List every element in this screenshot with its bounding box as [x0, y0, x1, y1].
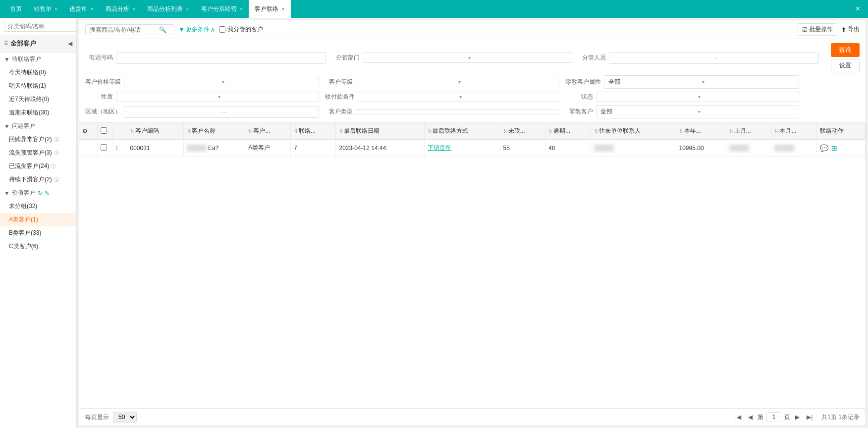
col-checkbox	[97, 123, 112, 140]
sidebar-section-value[interactable]: ▼ 价值客户 ↻ ✎	[0, 186, 76, 200]
filter-phone-input[interactable]	[116, 52, 326, 64]
cell-last-month	[726, 140, 771, 157]
filter-price-select[interactable]: ▾	[124, 77, 319, 87]
filter-nature: 性质 ▾	[85, 92, 319, 102]
sidebar-item-a-class[interactable]: A类客户(1)	[0, 213, 76, 226]
sort-icon-cat: ⇅	[248, 128, 252, 134]
export-button[interactable]: ⬆ 导出	[841, 25, 860, 34]
sidebar-item-c-class[interactable]: C类客户(6)	[0, 240, 76, 253]
nav-tab-analysis[interactable]: 商品分析 ×	[100, 0, 141, 18]
settings-button[interactable]: 设置	[831, 59, 860, 72]
sidebar-item-ungrouped[interactable]: 未分组(32)	[0, 200, 76, 213]
row-checkbox[interactable]	[101, 144, 107, 151]
sidebar-item-declining[interactable]: 持续下滑客户(2) ⓘ	[0, 173, 76, 186]
page-size-label: 每页显示	[85, 413, 109, 422]
my-customers-filter: 我分管的客户	[219, 25, 263, 34]
info-icon-2: ⓘ	[54, 150, 59, 157]
close-tab-customer-tier[interactable]: ×	[240, 6, 243, 12]
filter-payment-select[interactable]: ▾	[358, 92, 559, 102]
sidebar-item-tomorrow[interactable]: 明天待联络(1)	[0, 79, 76, 93]
prev-page-btn[interactable]: ◀	[746, 413, 755, 422]
nav-tab-analysis-list[interactable]: 商品分析列表 ×	[141, 0, 195, 18]
info-icon-4: ⓘ	[54, 176, 59, 183]
contact-icon[interactable]: 💬	[820, 144, 828, 152]
sidebar-collapse-btn[interactable]: ◀	[68, 40, 72, 47]
filter-phone-label: 电话号码	[85, 54, 113, 62]
filter-payment-label: 收付款条件	[325, 93, 355, 101]
nav-tab-sales[interactable]: 销售单 ×	[28, 0, 63, 18]
toolbar-search-input[interactable]	[90, 26, 159, 33]
sidebar-item-overdue[interactable]: 逾期未联络(30)	[0, 106, 76, 119]
close-tab-sales[interactable]: ×	[54, 6, 57, 12]
close-tab-analysis[interactable]: ×	[132, 6, 135, 12]
sidebar-item-7days[interactable]: 近7天待联络(0)	[0, 93, 76, 106]
col-last-method: ⇅ 最后联络方式	[424, 123, 500, 140]
filter-dept-select[interactable]: ▾	[363, 53, 573, 63]
edit-icon[interactable]: ✎	[45, 190, 50, 197]
col-this-year: ⇅ 本年...	[676, 123, 726, 140]
filter-retail-select[interactable]: 全部 ▾	[596, 105, 799, 118]
sidebar-item-today[interactable]: 今天待联络(0)	[0, 66, 76, 79]
query-button[interactable]: 查询	[831, 43, 860, 57]
arrow-icon-2: ▼	[4, 123, 10, 130]
top-nav: 首页 销售单 × 进货单 × 商品分析 × 商品分析列表 × 客户分层经营 × …	[0, 0, 868, 18]
sidebar-section-problem[interactable]: ▼ 问题客户	[0, 119, 76, 133]
sidebar-item-churn-warning[interactable]: 流失预警客户(3) ⓘ	[0, 146, 76, 160]
filter-cust-level-select[interactable]: ▾	[356, 77, 559, 87]
sidebar-section-pending[interactable]: ▼ 待联络客户	[0, 53, 76, 66]
close-tab-purchase[interactable]: ×	[90, 6, 93, 12]
cell-contact: 7	[290, 140, 336, 157]
my-customers-checkbox[interactable]	[219, 26, 225, 33]
first-page-btn[interactable]: |◀	[733, 413, 743, 422]
select-all-checkbox[interactable]	[101, 127, 107, 134]
cell-action: 💬 ⊞	[816, 140, 865, 157]
page-label: 第	[758, 413, 763, 422]
close-tab-customer-contact[interactable]: ×	[281, 6, 284, 12]
sort-icon-lm: ⇅	[729, 128, 733, 134]
toolbar-search-icon[interactable]: 🔍	[159, 26, 166, 33]
filter-more-btn[interactable]: ▼ 更多条件 ∧	[178, 25, 215, 34]
nav-home[interactable]: 首页	[4, 0, 28, 18]
close-tab-analysis-list[interactable]: ×	[186, 6, 189, 12]
filter-region-select[interactable]: ···	[124, 106, 319, 118]
refresh-icon[interactable]: ↻	[38, 190, 43, 197]
last-page-btn[interactable]: ▶|	[805, 413, 814, 422]
more-icon[interactable]: ⊞	[831, 144, 837, 152]
retail-arrow-icon: ▾	[698, 109, 795, 114]
filter-person: 分管人员 ···	[578, 52, 819, 64]
sort-icon-od: ⇅	[548, 128, 552, 134]
filter-area: 电话号码 分管部门 ▾ 分管人员 ···	[79, 39, 866, 123]
settings-icon[interactable]: ⚙	[82, 128, 88, 135]
arrow-icon-3: ▼	[4, 190, 10, 197]
sort-icon-name: ⇅	[187, 128, 191, 134]
filter-retail-attr-select[interactable]: 全部 ▾	[604, 75, 799, 89]
sidebar-search-input[interactable]	[4, 21, 77, 32]
filter-cust-level: 客户等级 ▾	[325, 77, 559, 87]
price-arrow-icon: ▾	[222, 79, 315, 85]
region-dots-icon: ···	[221, 108, 315, 115]
filter-cust-type-select[interactable]	[356, 109, 559, 114]
nav-tab-customer-contact[interactable]: 客户联络 ×	[249, 0, 290, 18]
nav-tab-customer-tier[interactable]: 客户分层经营 ×	[195, 0, 249, 18]
cell-index: 1	[112, 140, 127, 157]
sidebar-item-repurchase[interactable]: 回购异常客户(2) ⓘ	[0, 133, 76, 146]
sort-icon-ty: ⇅	[679, 128, 683, 134]
filter-nature-select[interactable]: ▾	[116, 92, 319, 102]
cell-overdue: 48	[545, 140, 591, 157]
filter-row-3: 性质 ▾ 收付款条件 ▾ 状态	[85, 92, 860, 102]
next-page-btn[interactable]: ▶	[793, 413, 802, 422]
nav-close-all[interactable]: ×	[852, 4, 864, 13]
filter-payment: 收付款条件 ▾	[325, 92, 559, 102]
nav-tab-purchase[interactable]: 进货单 ×	[63, 0, 99, 18]
sidebar-item-churned[interactable]: 已流失客户(24) ⓘ	[0, 160, 76, 173]
toolbar-search-box: 🔍	[85, 24, 174, 35]
sidebar-all-customers[interactable]: ⠿ 全部客户 ◀	[0, 35, 76, 53]
page-input[interactable]	[766, 412, 781, 422]
page-size-select[interactable]: 50	[113, 412, 137, 423]
sidebar-item-b-class[interactable]: B类客户(33)	[0, 226, 76, 240]
customer-table: ⚙ ⇅ 客户编码	[79, 123, 866, 157]
batch-op-button[interactable]: ☑ 批量操作	[798, 23, 837, 36]
filter-status-select[interactable]: ▾	[596, 92, 799, 102]
col-last-date: ⇅ 最后联络日期	[336, 123, 424, 140]
filter-person-select[interactable]: ···	[609, 52, 819, 64]
